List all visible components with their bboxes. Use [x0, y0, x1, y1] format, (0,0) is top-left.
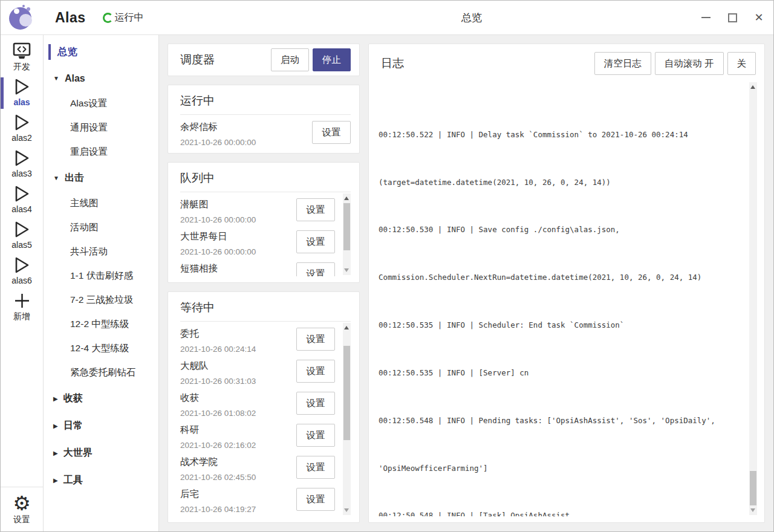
menu-item[interactable]: 1-1 伏击刷好感 [44, 264, 158, 288]
menu-item[interactable]: 7-2 三战捡垃圾 [44, 288, 158, 312]
stop-button[interactable]: 停止 [313, 48, 351, 71]
task-settings-button[interactable]: 设置 [312, 121, 351, 144]
menu-group: ▶ 日常 [44, 413, 158, 439]
sidebar-instance-label: 开发 [13, 62, 30, 72]
triangle-icon: ▶ [53, 395, 58, 402]
clear-log-button[interactable]: 清空日志 [594, 52, 651, 75]
scrollbar[interactable] [343, 323, 351, 515]
task-settings-button[interactable]: 设置 [296, 198, 335, 221]
play-icon [13, 183, 31, 204]
gear-icon: ⚙ [13, 493, 31, 514]
sidebar-instance-item[interactable]: alas [1, 74, 43, 109]
sidebar-instance-item[interactable]: 开发 [1, 38, 43, 74]
menu-group: ▶ 大世界 [44, 440, 158, 466]
log-line: 00:12:50.530 | INFO | Save config ./conf… [379, 224, 741, 236]
sidebar-instance-label: alas2 [11, 133, 31, 143]
scroll-down-arrow-icon[interactable] [344, 508, 349, 512]
task-settings-button[interactable]: 设置 [296, 328, 335, 351]
menu-group-header[interactable]: ▼ Alas [44, 65, 158, 91]
menu-group-header[interactable]: ▶ 收获 [44, 386, 158, 412]
menu-item[interactable]: 活动图 [44, 215, 158, 239]
scroll-up-arrow-icon[interactable] [344, 326, 349, 329]
scrollbar[interactable] [343, 193, 351, 275]
task-settings-button[interactable]: 设置 [296, 360, 335, 383]
menu-item[interactable]: 主线图 [44, 191, 158, 215]
menu-item-overview[interactable]: 总览 [44, 41, 158, 63]
menu-group-header[interactable]: ▼ 出击 [44, 165, 158, 191]
menu-item[interactable]: Alas设置 [44, 91, 158, 115]
maximize-icon [728, 13, 737, 22]
task-row: 大舰队 2021-10-26 00:31:03 设置 [180, 354, 335, 386]
menu-group: ▶ 工具 [44, 467, 158, 493]
task-settings-button[interactable]: 设置 [296, 262, 335, 276]
scroll-down-arrow-icon[interactable] [344, 268, 349, 272]
sidebar-instance-item[interactable]: alas6 [1, 252, 43, 288]
queue-title: 队列中 [180, 170, 351, 186]
sidebar-instance-item[interactable]: alas4 [1, 181, 43, 216]
menu-item[interactable]: 紧急委托刷钻石 [44, 360, 158, 384]
page-title: 总览 [461, 11, 482, 25]
scrollbar-thumb[interactable] [750, 471, 756, 505]
scrollbar-thumb[interactable] [343, 346, 350, 440]
task-row: 大世界每日 2021-10-26 00:00:00 设置 [180, 224, 335, 256]
sidebar-settings-label: 设置 [13, 514, 30, 525]
menu-item[interactable]: 通用设置 [44, 115, 158, 140]
alas-logo-icon [9, 4, 34, 31]
task-name: 短猫相接 [180, 262, 290, 275]
menu-item[interactable]: 共斗活动 [44, 239, 158, 264]
scrollbar[interactable] [749, 82, 757, 515]
task-time: 2021-10-26 00:24:14 [180, 345, 290, 354]
plus-icon [13, 290, 31, 311]
autoscroll-off-button[interactable]: 关 [727, 52, 756, 75]
triangle-icon: ▶ [53, 477, 58, 484]
scroll-down-arrow-icon[interactable] [750, 508, 755, 512]
log-output[interactable]: 00:12:50.522 | INFO | Delay task `Commis… [379, 81, 757, 516]
autoscroll-on-button[interactable]: 自动滚动 开 [655, 52, 724, 75]
menu-group-header[interactable]: ▶ 大世界 [44, 440, 158, 466]
task-settings-button[interactable]: 设置 [296, 488, 335, 511]
minimize-button[interactable] [692, 1, 719, 34]
running-spinner-icon [103, 13, 113, 23]
menu-item[interactable]: 12-2 中型练级 [44, 312, 158, 336]
instance-sidebar: 开发 alas alas2 alas3 [1, 35, 44, 531]
scrollbar-thumb[interactable] [343, 203, 350, 250]
task-name: 后宅 [180, 488, 290, 501]
task-name: 科研 [180, 424, 290, 436]
waiting-title: 等待中 [180, 300, 351, 316]
scroll-up-arrow-icon[interactable] [750, 85, 755, 89]
menu-item[interactable]: 重启设置 [44, 140, 158, 164]
log-line: (target=datetime.datetime(2021, 10, 26, … [379, 177, 741, 189]
task-settings-button[interactable]: 设置 [296, 392, 335, 415]
running-title: 运行中 [180, 93, 351, 109]
task-time: 2021-10-26 00:00:00 [180, 138, 306, 147]
scroll-up-arrow-icon[interactable] [344, 196, 349, 200]
log-title: 日志 [381, 56, 591, 71]
menu-group-header[interactable]: ▶ 日常 [44, 413, 158, 439]
sidebar-instance-label: alas6 [11, 276, 31, 286]
task-name: 委托 [180, 328, 290, 340]
task-settings-button[interactable]: 设置 [296, 424, 335, 447]
task-menu: 总览 ▼ Alas Alas设置 [44, 35, 159, 531]
task-time: 2021-10-26 01:08:02 [180, 409, 290, 418]
sidebar-instance-item[interactable]: alas2 [1, 109, 43, 145]
sidebar-settings-item[interactable]: ⚙ 设置 [1, 491, 43, 527]
close-button[interactable]: ✕ [746, 1, 772, 34]
sidebar-instance-item[interactable]: alas5 [1, 216, 43, 252]
menu-group-header[interactable]: ▶ 工具 [44, 467, 158, 493]
menu-item[interactable]: 12-4 大型练级 [44, 336, 158, 360]
sidebar-instance-item[interactable]: alas3 [1, 145, 43, 181]
task-name: 大舰队 [180, 360, 290, 372]
task-name: 收获 [180, 392, 290, 404]
sidebar-instance-item[interactable]: 新增 [1, 288, 43, 323]
task-settings-button[interactable]: 设置 [296, 456, 335, 479]
start-button[interactable]: 启动 [271, 48, 309, 71]
task-settings-button[interactable]: 设置 [296, 230, 335, 253]
task-name: 潜艇图 [180, 198, 290, 211]
menu-group-label: 出击 [65, 172, 84, 184]
menu-overview-label: 总览 [57, 45, 77, 59]
maximize-button[interactable] [719, 1, 746, 34]
code-icon [11, 41, 32, 62]
menu-group-label: 工具 [63, 474, 83, 487]
menu-group-label: 日常 [63, 420, 83, 432]
task-row: 战术学院 2021-10-26 02:45:50 设置 [180, 450, 335, 482]
